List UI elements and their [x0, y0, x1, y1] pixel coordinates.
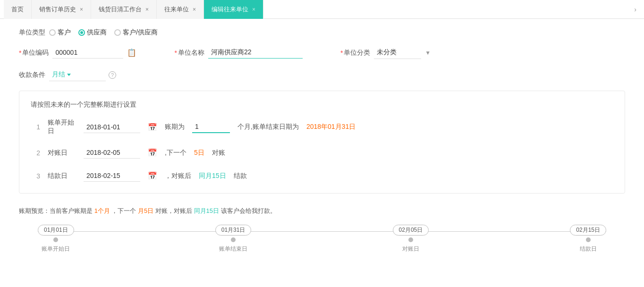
tab-edit-counterparty[interactable]: 编辑往来单位 ×	[204, 0, 263, 19]
unit-code-star: *	[19, 49, 21, 57]
payment-chevron	[67, 74, 71, 76]
radio-supplier-circle	[78, 29, 85, 36]
unit-code-input[interactable]	[52, 47, 123, 59]
unit-name-label: 单位名称	[178, 49, 204, 57]
period-label-2: 对账日	[48, 149, 76, 157]
preview-prefix: 账期预览：当前客户账期是	[19, 207, 93, 214]
unit-category-value: 未分类	[374, 46, 421, 59]
timeline-dot-1	[53, 237, 58, 242]
period-box: 请按照未来的一个完整帐期进行设置 1 账单开始日 📅 账期为 个月,账单结束日期…	[19, 91, 625, 194]
unit-category-chevron[interactable]: ▼	[425, 50, 431, 56]
timeline-point-4: 02月15日 结款日	[570, 225, 606, 253]
tab-counterparty-close[interactable]: ×	[193, 6, 196, 13]
tab-sales-history[interactable]: 销售订单历史 ×	[32, 0, 91, 19]
payment-label: 收款条件	[19, 71, 45, 79]
timeline-badge-2: 01月31日	[215, 225, 252, 236]
tab-sales-history-label: 销售订单历史	[39, 5, 76, 14]
tab-home-label: 首页	[11, 5, 24, 14]
payment-select[interactable]: 月结	[49, 68, 106, 81]
radio-customer-label: 客户	[58, 28, 71, 37]
period-reconcile-date-input[interactable]	[84, 147, 140, 159]
timeline-point-1: 01月01日 账单开始日	[38, 225, 74, 253]
main-content: 单位类型 客户 供应商 客户/供应商 * 单位编码 📋 * 单位名称	[0, 19, 644, 287]
tab-edit-counterparty-close[interactable]: ×	[252, 6, 255, 13]
radio-both[interactable]: 客户/供应商	[114, 28, 158, 37]
period-start-date-input[interactable]	[84, 121, 140, 133]
period-row-2: 2 对账日 📅 ,下一个 5日 对账	[31, 147, 613, 159]
timeline-label-3: 对账日	[402, 245, 419, 253]
period-num-3: 3	[31, 172, 40, 180]
timeline-point-2: 01月31日 账单结束日	[215, 225, 252, 253]
period-months-input[interactable]	[192, 121, 230, 133]
unit-code-icon[interactable]: 📋	[127, 48, 136, 57]
unit-name-star: *	[174, 49, 177, 57]
tab-daily-work[interactable]: 钱货日清工作台 ×	[91, 0, 157, 19]
payment-row: 收款条件 月结 ?	[19, 68, 625, 81]
timeline-points: 01月01日 账单开始日 01月31日 账单结束日 02月05日 对账日	[38, 225, 606, 253]
timeline-badge-1: 01月01日	[38, 225, 74, 236]
unit-category-label: 单位分类	[344, 49, 370, 57]
radio-both-circle	[114, 29, 121, 36]
preview-part1: 1个月	[94, 207, 110, 214]
timeline-label-4: 结款日	[580, 245, 597, 253]
timeline-badge-3: 02月05日	[393, 225, 429, 236]
unit-code-label: 单位编码	[22, 49, 49, 57]
unit-name-input[interactable]	[208, 47, 303, 59]
timeline-dot-4	[586, 237, 591, 242]
tab-sales-history-close[interactable]: ×	[80, 6, 83, 13]
radio-customer[interactable]: 客户	[49, 28, 71, 37]
period-months-prefix: 账期为	[165, 123, 185, 131]
radio-customer-circle	[49, 29, 56, 36]
preview-sep2: 对账，对账后	[155, 207, 192, 214]
tabs-more-arrow[interactable]: ›	[630, 6, 640, 13]
period-num-1: 1	[31, 123, 40, 131]
timeline: 01月01日 账单开始日 01月31日 账单结束日 02月05日 对账日	[19, 225, 625, 253]
period-row-1: 1 账单开始日 📅 账期为 个月,账单结束日期为 2018年01月31日	[31, 118, 613, 135]
period-months-suffix: 个月,账单结束日期为	[237, 123, 299, 131]
preview-part2: 月5日	[138, 207, 153, 214]
radio-supplier-label: 供应商	[87, 28, 107, 37]
preview-section: 账期预览：当前客户账期是 1个月 ，下一个 月5日 对账，对账后 同月15日 该…	[19, 201, 625, 253]
period-row-3: 3 结款日 📅 ，对账后 同月15日 结款	[31, 170, 613, 182]
period-payment-desc-prefix: ，对账后	[165, 172, 191, 180]
period-end-date-highlight: 2018年01月31日	[306, 123, 356, 131]
unit-code-field-group: 📋	[52, 47, 136, 59]
period-reconcile-desc-prefix: ,下一个	[165, 149, 186, 157]
period-payment-desc-suffix: 结款	[234, 172, 247, 180]
radio-supplier[interactable]: 供应商	[78, 28, 107, 37]
preview-part3: 同月15日	[194, 207, 219, 214]
tab-counterparty[interactable]: 往来单位 ×	[157, 0, 204, 19]
tab-daily-work-label: 钱货日清工作台	[99, 5, 142, 14]
period-label-3: 结款日	[48, 172, 76, 180]
tab-counterparty-label: 往来单位	[164, 5, 189, 14]
unit-info-row: * 单位编码 📋 * 单位名称 * 单位分类 未分类 ▼	[19, 46, 625, 59]
timeline-dot-2	[231, 237, 236, 242]
timeline-dot-3	[408, 237, 413, 242]
period-reconcile-highlight: 5日	[194, 149, 204, 157]
timeline-point-3: 02月05日 对账日	[393, 225, 429, 253]
period-payment-cal-icon[interactable]: 📅	[148, 171, 157, 180]
preview-sep1: ，下一个	[111, 207, 136, 214]
period-label-1: 账单开始日	[48, 118, 76, 135]
tab-daily-work-close[interactable]: ×	[145, 6, 149, 13]
tab-home[interactable]: 首页	[4, 0, 32, 19]
payment-help-icon[interactable]: ?	[109, 71, 116, 79]
preview-suffix: 该客户会给我打款。	[221, 207, 276, 214]
unit-type-label: 单位类型	[19, 28, 45, 37]
period-payment-highlight: 同月15日	[199, 172, 226, 180]
period-reconcile-desc-suffix: 对账	[212, 149, 225, 157]
period-box-title: 请按照未来的一个完整帐期进行设置	[31, 101, 613, 109]
preview-text: 账期预览：当前客户账期是 1个月 ，下一个 月5日 对账，对账后 同月15日 该…	[19, 207, 625, 215]
timeline-label-2: 账单结束日	[219, 245, 247, 253]
unit-type-radio-group: 客户 供应商 客户/供应商	[49, 28, 158, 37]
tabs-bar: 首页 销售订单历史 × 钱货日清工作台 × 往来单位 × 编辑往来单位 × ›	[0, 0, 644, 19]
period-num-2: 2	[31, 149, 40, 157]
payment-value: 月结	[52, 70, 65, 79]
timeline-label-1: 账单开始日	[42, 245, 70, 253]
period-reconcile-cal-icon[interactable]: 📅	[148, 148, 157, 157]
unit-category-star: *	[340, 49, 343, 57]
period-payment-date-input[interactable]	[84, 170, 140, 182]
period-start-cal-icon[interactable]: 📅	[148, 123, 157, 132]
unit-category-field-group: 未分类 ▼	[374, 46, 431, 59]
unit-type-row: 单位类型 客户 供应商 客户/供应商	[19, 28, 625, 37]
